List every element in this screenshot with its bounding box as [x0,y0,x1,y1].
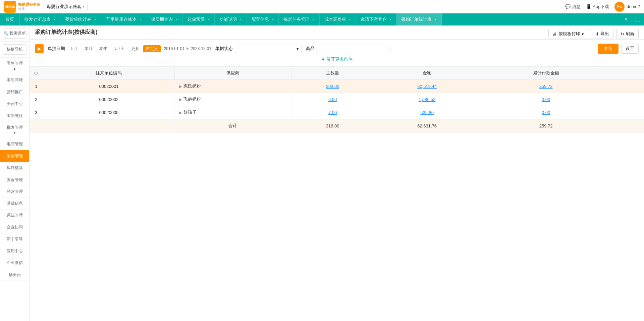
app-logo-icon: 好生意 [4,1,16,13]
sidebar: 🔍 搜索菜单 快捷导航 零售管理 ▲ 零售商城 营销推广 会员中心 零售统计 批… [0,25,30,321]
col-code: 往来单位编码 [43,67,175,80]
export-btn[interactable]: ⬇ 导出 [591,29,613,39]
sidebar-search-section: 🔍 搜索菜单 [0,25,29,42]
filter-status-label: 单据状态 [215,46,233,52]
col-settings-icon[interactable]: ⚙ [34,70,38,76]
filter-collapse-btn[interactable]: ▶ [35,44,44,53]
sidebar-item-marketing[interactable]: 营销推广 [0,86,29,98]
sidebar-item-retail-stats[interactable]: 零售统计 [0,110,29,122]
tab-gongneng[interactable]: 功能说明 × [215,13,247,25]
sidebar-item-new-guide[interactable]: 新手引导 [0,233,29,245]
tab-chengben[interactable]: 成本调整单 × [320,13,356,25]
tab-yaoqing-close[interactable]: × [389,17,391,21]
table-row[interactable]: 1 00020001 ▶ 惠氏奶粉 303.00 60,519.44 259.7… [30,80,644,93]
sidebar-item-sys-mgmt[interactable]: 系统管理 [0,210,29,221]
tab-caigouDingdan[interactable]: 采购订单统计表 × [396,13,441,25]
filter-status-item: 单据状态 ▾ [215,45,302,53]
search-icon: 🔍 [4,31,9,36]
settings-btn[interactable]: 设置 [621,44,639,54]
sidebar-item-member-center[interactable]: 会员中心 [0,98,29,110]
date-shortcut-last-month[interactable]: 上月 [67,45,80,52]
qty-link[interactable]: 7.00 [328,110,337,115]
tab-chaoChu[interactable]: 超储预警 × [183,13,215,25]
sidebar-item-wholesale-mgmt[interactable]: 批发管理 ▼ [0,122,29,138]
tab-yaohuoDangtong[interactable]: 要货单统计表 × [60,13,101,25]
sidebar-item-member[interactable]: 畅会员 [0,269,29,281]
tab-keyongLiangkucun-close[interactable]: × [139,17,141,21]
sidebar-item-ops-mgmt[interactable]: 经营管理 [0,186,29,198]
tab-baoBaoPeriod-close[interactable]: × [175,17,177,21]
paid-link[interactable]: 0.00 [542,97,550,102]
workspace-chevron-icon: ▾ [83,5,85,8]
sidebar-item-basic-info[interactable]: 基础信息 [0,198,29,209]
tab-peihuoRenwu[interactable]: 拣货任务管理 × [279,13,319,25]
sidebar-item-finance-mgmt[interactable]: 资金管理 [0,174,29,186]
query-btn[interactable]: 查询 [598,44,619,54]
filter-status-select[interactable]: ▾ [235,45,302,53]
nav-fullscreen-btn[interactable]: ⛶ [632,13,644,25]
sidebar-item-enterprise-wechat[interactable]: 企业微信 [0,257,29,269]
sidebar-item-purchase-mgmt[interactable]: 采购管理 [0,150,29,162]
table-row[interactable]: 3 00020005 ▶ 好孩子 7.00 525.80 0.00 [30,106,644,119]
sidebar-item-inventory-check-label: 库存核算 [7,165,23,170]
cell-code: 00020001 [43,80,175,93]
messages-btn[interactable]: 💬 消息 [565,4,581,10]
tab-peihuoRenwu-close[interactable]: × [312,17,314,21]
tab-home[interactable]: 首页 [0,13,20,25]
expand-row-icon[interactable]: ▶ [179,97,182,102]
sidebar-item-app-center[interactable]: 应用中心 [0,245,29,257]
date-shortcut-this-year[interactable]: 本年 [97,45,110,52]
amount-link[interactable]: 1,586.52 [419,97,436,102]
paid-link[interactable]: 0.00 [542,110,550,115]
nav-close-all-btn[interactable]: × [620,13,632,25]
sidebar-item-retail-mgmt[interactable]: 零售管理 ▲ [0,58,29,74]
search-menu-btn[interactable]: 🔍 搜索菜单 [3,28,26,39]
messages-label: 消息 [572,4,581,10]
date-shortcut-more[interactable]: 更多 [128,45,142,52]
sidebar-item-inventory-check[interactable]: 库存核算 [0,162,29,174]
tab-keyongLiangkucun[interactable]: 可用量库存账本 × [101,13,146,25]
print-btn[interactable]: 🖨 按模板打印 ▾ [548,29,588,39]
tab-shoufaHuizong-close[interactable]: × [53,17,55,21]
qty-link[interactable]: 303.00 [326,84,339,89]
quick-nav-btn[interactable]: 快捷导航 [3,44,26,55]
amount-link[interactable]: 60,519.44 [417,84,437,89]
tab-caigouDingdan-close[interactable]: × [434,17,436,21]
tab-peizhi-close[interactable]: × [272,17,274,21]
print-icon: 🖨 [553,32,557,37]
tab-chengben-close[interactable]: × [349,17,351,21]
workspace-selector[interactable]: 母婴行业演示账套 ▾ [44,2,88,11]
user-info[interactable]: Ea demo2 [614,2,640,12]
filter-goods-input[interactable]: … [317,45,390,53]
tab-shoufaHuizong[interactable]: 收发存汇总表 × [20,13,60,25]
sidebar-item-ecommerce-mgmt[interactable]: 电商管理 [0,138,29,150]
amount-link[interactable]: 525.80 [420,110,434,115]
col-settings: ⚙ [30,67,43,80]
table-row[interactable]: 2 00020002 ▶ 飞鹤奶粉 6.00 1,586.52 0.00 [30,93,644,106]
sidebar-item-wholesale-mgmt-label: 批发管理 [7,125,23,130]
cell-paid: 0.00 [480,93,612,106]
sidebar-item-ecommerce-mgmt-label: 电商管理 [7,142,23,146]
tab-peizhi[interactable]: 配置信息 × [247,13,279,25]
expand-more-btn[interactable]: ▼ 展开更多条件 [321,56,353,62]
paid-link[interactable]: 259.72 [539,84,553,89]
expand-row-icon[interactable]: ▶ [179,84,182,89]
date-shortcut-this-month[interactable]: 本月 [82,45,95,52]
app-download-btn[interactable]: 📱 App下载 [586,4,609,10]
content-area: 采购订单统计表(按供应商) 🖨 按模板打印 ▾ ⬇ 导出 ↻ 刷新 [30,25,644,321]
tab-gongneng-close[interactable]: × [239,17,241,21]
date-shortcut-7days[interactable]: 近7天 [111,45,127,52]
tab-baoBaoPeriod[interactable]: 保质期查询 × [146,13,182,25]
tab-yaoqing[interactable]: 邀请下游客户 × [356,13,396,25]
tab-yaohuoDangtong-close[interactable]: × [94,17,96,21]
expand-row-icon[interactable]: ▶ [179,110,182,115]
sidebar-item-enterprise-collab[interactable]: 企业协同 [0,221,29,233]
cell-code: 00020005 [43,106,175,119]
tab-chaoChu-close[interactable]: × [208,17,210,21]
sidebar-item-retail-mall[interactable]: 零售商城 [0,74,29,86]
qty-link[interactable]: 6.00 [328,97,337,102]
sidebar-item-ops-mgmt-label: 经营管理 [7,189,23,194]
date-custom-tag[interactable]: 自定义 [143,45,161,52]
refresh-btn[interactable]: ↻ 刷新 [616,29,639,39]
filter-actions: 查询 设置 [598,44,639,54]
